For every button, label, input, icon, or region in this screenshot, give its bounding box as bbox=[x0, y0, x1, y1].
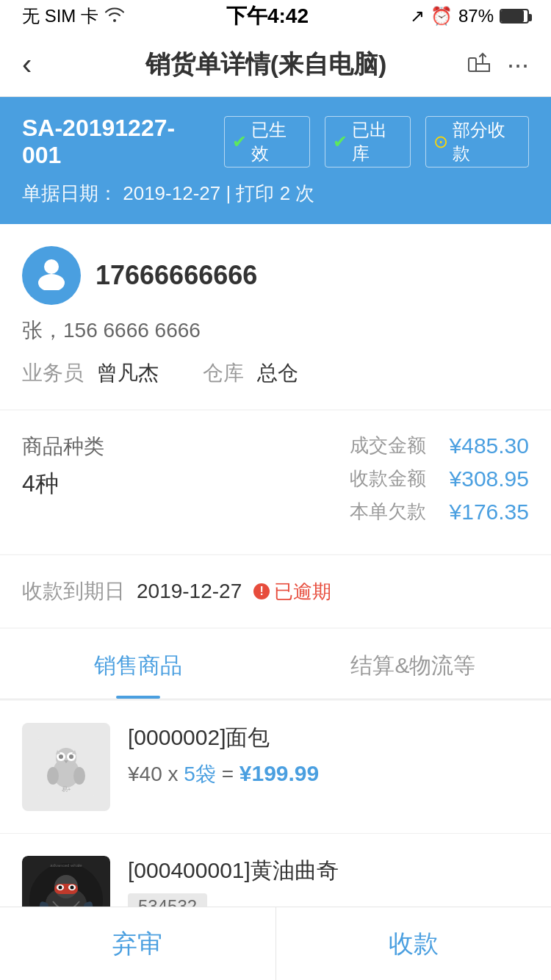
bottom-bar: 弃审 收款 bbox=[0, 907, 551, 980]
product-thumb-1: 易+ bbox=[22, 723, 110, 811]
badge-shipped: ✔ 已出库 bbox=[325, 116, 411, 167]
back-button[interactable]: ‹ bbox=[22, 48, 66, 81]
svg-text:advanced whale: advanced whale bbox=[50, 863, 82, 868]
warehouse-label: 仓库 bbox=[203, 361, 244, 384]
carrier-text: 无 SIM 卡 bbox=[22, 4, 98, 28]
svg-point-21 bbox=[71, 886, 74, 890]
equals-1: = bbox=[222, 763, 240, 785]
collected-value: ¥308.95 bbox=[441, 466, 529, 491]
header-date: 单据日期： 2019-12-27 | 打印 2 次 bbox=[22, 181, 529, 206]
print-info: | 打印 2 次 bbox=[226, 182, 314, 204]
cancel-button[interactable]: 弃审 bbox=[0, 907, 276, 980]
battery-icon bbox=[500, 9, 529, 24]
summary-right: 成交金额 ¥485.30 收款金额 ¥308.95 本单欠款 ¥176.35 bbox=[350, 433, 529, 532]
more-icon[interactable]: ··· bbox=[507, 49, 529, 80]
svg-rect-0 bbox=[469, 58, 476, 71]
collect-button[interactable]: 收款 bbox=[276, 907, 552, 980]
nav-actions: ··· bbox=[466, 48, 529, 81]
sales-person-label: 业务员 bbox=[22, 361, 84, 384]
badge-activated: ✔ 已生效 bbox=[224, 116, 310, 167]
svg-point-9 bbox=[69, 754, 73, 759]
alarm-icon: ⏰ bbox=[431, 6, 453, 26]
svg-point-8 bbox=[59, 754, 63, 759]
price-unit-1: ¥40 x bbox=[128, 763, 184, 785]
svg-point-20 bbox=[59, 886, 62, 890]
due-label: 收款到期日 bbox=[22, 577, 125, 605]
badge-partial-label: 部分收款 bbox=[453, 118, 521, 165]
product-count: 4种 bbox=[22, 468, 104, 500]
customer-section: 17666666666 张，156 6666 6666 业务员 曾凡杰 仓库 总… bbox=[0, 224, 551, 409]
svg-point-2 bbox=[38, 274, 65, 290]
warehouse-value: 总仓 bbox=[257, 361, 298, 384]
product-info-1: [0000002]面包 ¥40 x 5袋 = ¥199.99 bbox=[128, 723, 529, 788]
header-section: SA-20191227-001 ✔ 已生效 ✔ 已出库 ⊙ 部分收款 单据日期：… bbox=[0, 97, 551, 224]
svg-point-11 bbox=[73, 767, 85, 785]
svg-text:易+: 易+ bbox=[62, 786, 71, 793]
location-icon: ↗ bbox=[410, 6, 425, 26]
collected-row: 收款金额 ¥308.95 bbox=[350, 466, 529, 491]
summary-section: 商品种类 4种 成交金额 ¥485.30 收款金额 ¥308.95 本单欠款 ¥… bbox=[0, 411, 551, 554]
total-1: ¥199.99 bbox=[240, 761, 319, 785]
badge-shipped-label: 已出库 bbox=[352, 118, 403, 165]
tab-settlement[interactable]: 结算&物流等 bbox=[276, 629, 551, 699]
debt-row: 本单欠款 ¥176.35 bbox=[350, 499, 529, 525]
summary-row: 商品种类 4种 成交金额 ¥485.30 收款金额 ¥308.95 本单欠款 ¥… bbox=[22, 433, 529, 532]
status-bar: 无 SIM 卡 下午4:42 ↗ ⏰ 87% bbox=[0, 0, 551, 32]
amount-label: 成交金额 bbox=[350, 433, 426, 458]
nav-bar: ‹ 销货单详情(来自电脑) ··· bbox=[0, 32, 551, 97]
sales-person-value: 曾凡杰 bbox=[97, 361, 159, 384]
thumb-placeholder-1: 易+ bbox=[22, 723, 110, 811]
clock-icon: ⊙ bbox=[433, 131, 448, 152]
svg-point-10 bbox=[47, 767, 59, 785]
product-name-2: [000400001]黄油曲奇 bbox=[128, 856, 529, 886]
warehouse-item: 仓库 总仓 bbox=[203, 359, 298, 387]
avatar bbox=[22, 246, 81, 305]
tab-sales-products-label: 销售商品 bbox=[94, 653, 182, 677]
due-section: 收款到期日 2019-12-27 ! 已逾期 bbox=[0, 555, 551, 627]
tab-underline bbox=[116, 696, 160, 699]
customer-phone: 17666666666 bbox=[96, 260, 257, 291]
tab-settlement-label: 结算&物流等 bbox=[350, 653, 475, 677]
check-icon-1: ✔ bbox=[232, 131, 247, 152]
overdue-badge: ! 已逾期 bbox=[253, 579, 331, 605]
customer-name: 张，156 6666 6666 bbox=[22, 317, 529, 345]
order-number: SA-20191227-001 bbox=[22, 115, 209, 169]
product-type-label: 商品种类 bbox=[22, 433, 104, 461]
battery-percent: 87% bbox=[458, 6, 494, 26]
product-name-1: [0000002]面包 bbox=[128, 723, 529, 753]
quantity-1: 5袋 bbox=[184, 763, 216, 785]
order-row: SA-20191227-001 ✔ 已生效 ✔ 已出库 ⊙ 部分收款 bbox=[22, 115, 529, 169]
status-time: 下午4:42 bbox=[226, 2, 309, 30]
debt-label: 本单欠款 bbox=[350, 499, 426, 525]
check-icon-2: ✔ bbox=[333, 131, 347, 152]
sales-person-item: 业务员 曾凡杰 bbox=[22, 359, 159, 387]
summary-left: 商品种类 4种 bbox=[22, 433, 104, 500]
avatar-icon bbox=[33, 253, 70, 298]
status-right: ↗ ⏰ 87% bbox=[410, 6, 529, 26]
product-price-row-1: ¥40 x 5袋 = ¥199.99 bbox=[128, 760, 529, 788]
badge-partial: ⊙ 部分收款 bbox=[425, 116, 529, 167]
date-value: 2019-12-27 bbox=[123, 182, 220, 204]
amount-value: ¥485.30 bbox=[441, 433, 529, 458]
due-date: 2019-12-27 bbox=[137, 580, 242, 603]
status-left: 无 SIM 卡 bbox=[22, 4, 125, 28]
list-item: 易+ [0000002]面包 ¥40 x 5袋 = ¥199.99 bbox=[0, 701, 551, 834]
share-icon[interactable] bbox=[466, 48, 492, 81]
collected-label: 收款金额 bbox=[350, 466, 426, 491]
date-label: 单据日期： bbox=[22, 182, 118, 204]
tab-sales-products[interactable]: 销售商品 bbox=[0, 629, 276, 699]
badge-activated-label: 已生效 bbox=[251, 118, 302, 165]
amount-row: 成交金额 ¥485.30 bbox=[350, 433, 529, 458]
customer-top: 17666666666 bbox=[22, 246, 529, 305]
customer-meta: 业务员 曾凡杰 仓库 总仓 bbox=[22, 359, 529, 387]
svg-point-1 bbox=[44, 259, 59, 274]
debt-value: ¥176.35 bbox=[441, 500, 529, 525]
overdue-dot-icon: ! bbox=[253, 583, 270, 599]
nav-title: 销货单详情(来自电脑) bbox=[66, 48, 466, 82]
tab-bar: 销售商品 结算&物流等 bbox=[0, 629, 551, 699]
overdue-label: 已逾期 bbox=[274, 579, 331, 605]
wifi-icon bbox=[104, 6, 125, 26]
